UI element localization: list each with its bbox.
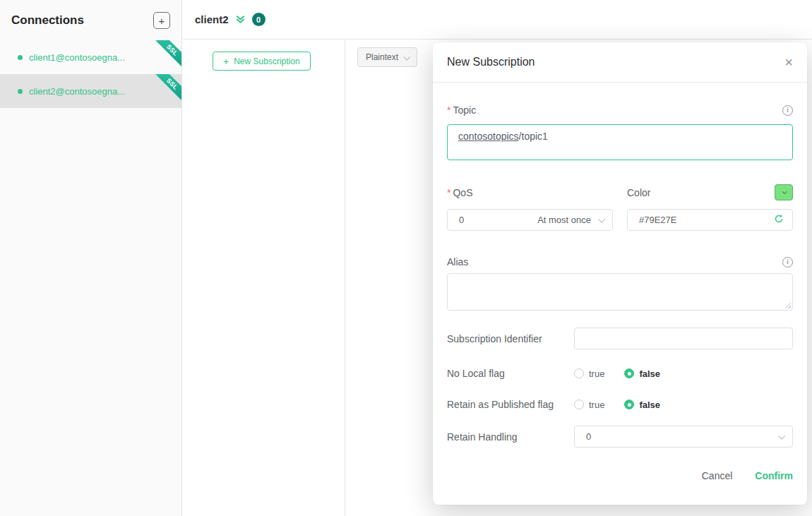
- chevron-down-icon: [598, 216, 605, 223]
- color-swatch[interactable]: [775, 184, 793, 200]
- subscriptions-panel: + New Subscription: [183, 40, 345, 516]
- color-column: Color #79E27E: [627, 184, 793, 231]
- payload-format-label: Plaintext: [366, 52, 398, 62]
- dialog-header: New Subscription ×: [433, 42, 807, 83]
- alias-textarea-wrap: [447, 273, 793, 311]
- qos-color-row: *QoS 0 At most once Color: [447, 184, 793, 231]
- status-dot: [18, 55, 23, 60]
- plus-icon: +: [159, 16, 165, 26]
- radio-icon: [574, 368, 584, 378]
- no-local-radio-group: true false: [574, 368, 660, 379]
- topic-label: *Topic: [447, 104, 476, 116]
- ssl-ribbon: SSL: [153, 40, 181, 69]
- app-root: Connections + client1@contosoegna... SSL…: [0, 0, 812, 516]
- new-subscription-dialog: New Subscription × *Topic i contosotopic…: [433, 42, 807, 505]
- alias-label-row: Alias i: [447, 256, 793, 268]
- qos-label: *QoS: [447, 187, 472, 198]
- radio-icon: [574, 400, 584, 409]
- chevron-down-icon: [403, 53, 410, 60]
- required-mark: *: [447, 104, 450, 116]
- alias-label: Alias: [447, 256, 468, 268]
- sidebar-header: Connections +: [0, 0, 181, 40]
- connection-label: client1@contosoegna...: [29, 52, 125, 63]
- qos-value: 0: [459, 215, 464, 225]
- chevron-down-icon: [778, 433, 785, 440]
- connection-item-client1[interactable]: client1@contosoegna... SSL: [0, 40, 181, 74]
- ssl-ribbon: SSL: [153, 74, 181, 103]
- qos-column: *QoS 0 At most once: [447, 184, 613, 231]
- topic-value-link: contosotopics: [458, 131, 519, 142]
- no-local-row: No Local flag true false: [447, 368, 793, 379]
- dialog-body: *Topic i contosotopics/topic1 *QoS 0 At …: [433, 104, 807, 481]
- retain-as-published-radio-group: true false: [574, 400, 660, 410]
- connection-label: client2@contosoegna...: [29, 86, 125, 97]
- refresh-icon[interactable]: [774, 214, 784, 226]
- no-local-true-radio[interactable]: true: [574, 368, 604, 379]
- client-name: client2: [195, 13, 229, 25]
- status-dot: [18, 89, 23, 94]
- radio-label: false: [639, 368, 660, 379]
- radio-label: true: [589, 400, 604, 410]
- qos-value-description: At most once: [537, 215, 591, 225]
- new-connection-button[interactable]: +: [153, 12, 170, 29]
- no-local-false-radio[interactable]: false: [624, 368, 660, 379]
- cancel-button[interactable]: Cancel: [702, 470, 733, 481]
- chevron-down-icon: [782, 189, 787, 194]
- new-subscription-button[interactable]: + New Subscription: [213, 52, 311, 71]
- confirm-button[interactable]: Confirm: [755, 470, 793, 481]
- no-local-label: No Local flag: [447, 368, 574, 379]
- retain-handling-row: Retain Handling 0: [447, 426, 793, 448]
- retain-as-published-false-radio[interactable]: false: [624, 400, 660, 410]
- radio-label: false: [639, 400, 660, 410]
- connection-topbar: client2 0: [183, 0, 812, 40]
- topic-label-row: *Topic i: [447, 104, 793, 116]
- topic-value-rest: /topic1: [519, 131, 548, 142]
- retain-as-published-true-radio[interactable]: true: [574, 400, 604, 410]
- color-input[interactable]: #79E27E: [627, 209, 793, 231]
- retain-handling-value: 0: [586, 431, 591, 442]
- subscription-identifier-row: Subscription Identifier: [447, 328, 793, 349]
- color-label: Color: [627, 187, 650, 198]
- retain-as-published-label: Retain as Published flag: [447, 399, 574, 410]
- qos-select[interactable]: 0 At most once: [447, 209, 613, 231]
- radio-label: true: [589, 368, 604, 379]
- connection-item-client2[interactable]: client2@contosoegna... SSL: [0, 74, 181, 108]
- dialog-title: New Subscription: [447, 56, 535, 68]
- new-subscription-label: New Subscription: [234, 56, 299, 66]
- retain-as-published-row: Retain as Published flag true false: [447, 399, 793, 410]
- subscription-count-badge: 0: [252, 13, 265, 26]
- required-mark: *: [447, 187, 450, 198]
- plus-icon: +: [223, 56, 229, 66]
- sidebar: Connections + client1@contosoegna... SSL…: [0, 0, 182, 516]
- alias-textarea[interactable]: [447, 273, 793, 311]
- double-chevron-down-icon[interactable]: [235, 14, 246, 25]
- topic-input[interactable]: contosotopics/topic1: [447, 124, 793, 160]
- radio-checked-icon: [624, 368, 634, 378]
- close-icon[interactable]: ×: [784, 55, 793, 69]
- subscription-identifier-input[interactable]: [574, 328, 793, 349]
- info-icon[interactable]: i: [782, 105, 793, 116]
- retain-handling-select[interactable]: 0: [574, 426, 793, 448]
- retain-handling-label: Retain Handling: [447, 431, 574, 443]
- subscription-identifier-label: Subscription Identifier: [447, 333, 574, 344]
- payload-format-dropdown[interactable]: Plaintext: [357, 47, 417, 67]
- radio-checked-icon: [624, 400, 634, 409]
- connections-title: Connections: [11, 13, 84, 28]
- dialog-footer: Cancel Confirm: [447, 470, 793, 481]
- info-icon[interactable]: i: [782, 257, 793, 268]
- color-value: #79E27E: [639, 215, 677, 225]
